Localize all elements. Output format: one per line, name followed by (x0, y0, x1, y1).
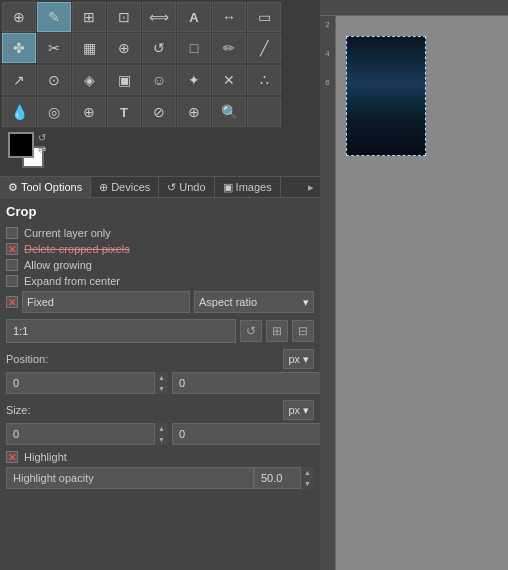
tool-delete-btn[interactable]: ✕ (212, 65, 246, 95)
tab-images[interactable]: ▣ Images (215, 177, 281, 197)
position-x-down[interactable]: ▼ (155, 383, 168, 394)
position-x-input[interactable] (6, 372, 168, 394)
highlight-checkbox[interactable]: ✕ (6, 451, 18, 463)
tool-arrow-btn[interactable]: ↗ (2, 65, 36, 95)
ratio-swap-btn[interactable]: ⊞ (266, 320, 288, 342)
size-h-container: ▲ ▼ (172, 423, 320, 445)
highlight-opacity-spin[interactable]: ▲ ▼ (300, 467, 314, 489)
current-layer-row: Current layer only (6, 227, 314, 239)
reset-colors-icon[interactable]: ↺ (38, 132, 46, 143)
size-h-input[interactable] (172, 423, 320, 445)
tab-tool-options-label: Tool Options (21, 181, 82, 193)
aspect-ratio-select[interactable]: Aspect ratio ▾ (194, 291, 314, 313)
tab-undo-label: Undo (179, 181, 205, 193)
highlight-opacity-input-container: ▲ ▼ (254, 467, 314, 489)
fixed-label: Fixed (27, 296, 54, 308)
tool-select-btn[interactable]: ⊡ (107, 2, 141, 32)
tool-zoom-btn[interactable]: 🔍 (212, 97, 246, 127)
ratio-row: ↺ ⊞ ⊟ (6, 319, 314, 343)
tool-options-icon: ⚙ (8, 181, 18, 194)
tab-tool-options[interactable]: ⚙ Tool Options (0, 177, 91, 197)
image-top (347, 37, 425, 84)
tool-row-2: ✤ ✂ ▦ ⊕ ↺ □ ✏ ╱ (0, 32, 320, 64)
tab-devices-label: Devices (111, 181, 150, 193)
ratio-reset-btn[interactable]: ↺ (240, 320, 262, 342)
tool-text2-btn[interactable]: T (107, 97, 141, 127)
size-w-down[interactable]: ▼ (155, 434, 168, 445)
tool-heal2-btn[interactable]: ⊕ (72, 97, 106, 127)
tool-rotate-btn[interactable]: ↺ (142, 33, 176, 63)
canvas-area: 2 4 6 (320, 0, 508, 570)
fixed-checkbox[interactable]: ✕ (6, 296, 18, 308)
tool-line-btn[interactable]: ╱ (247, 33, 281, 63)
highlight-opacity-up[interactable]: ▲ (301, 467, 314, 478)
tool-heal-btn[interactable]: ⊕ (107, 33, 141, 63)
ruler-num-6: 6 (325, 78, 329, 87)
ratio-input[interactable] (6, 319, 236, 343)
tab-images-label: Images (236, 181, 272, 193)
tool-flip-btn[interactable]: ↔ (212, 2, 246, 32)
tool-row-4: 💧 ◎ ⊕ T ⊘ ⊕ 🔍 (0, 96, 320, 128)
tool-person-btn[interactable]: ☺ (142, 65, 176, 95)
tool-options-panel: Crop Current layer only ✕ Delete cropped… (0, 198, 320, 570)
tool-new-btn[interactable]: ⊕ (2, 2, 36, 32)
tab-devices[interactable]: ⊕ Devices (91, 177, 159, 197)
expand-center-label: Expand from center (24, 275, 120, 287)
devices-icon: ⊕ (99, 181, 108, 194)
highlight-opacity-label: Highlight opacity (6, 467, 254, 489)
position-unit-label: px (288, 353, 300, 365)
canvas-content[interactable] (336, 16, 508, 570)
expand-center-checkbox[interactable] (6, 275, 18, 287)
tool-text-btn[interactable]: A (177, 2, 211, 32)
size-unit-arrow: ▾ (303, 404, 309, 417)
ratio-extra-btn[interactable]: ⊟ (292, 320, 314, 342)
tool-grid-btn[interactable]: ⊞ (72, 2, 106, 32)
swap-colors-icon[interactable]: ⇄ (38, 144, 46, 155)
tool-ellipse-btn[interactable]: ◎ (37, 97, 71, 127)
highlight-opacity-down[interactable]: ▼ (301, 478, 314, 489)
tool-clone-btn[interactable]: ⊙ (37, 65, 71, 95)
tool-pencil-btn[interactable]: ✎ (37, 2, 71, 32)
size-w-up[interactable]: ▲ (155, 423, 168, 434)
size-unit-select[interactable]: px ▾ (283, 400, 314, 420)
allow-growing-row: Allow growing (6, 259, 314, 271)
tool-stamp-btn[interactable]: ▣ (107, 65, 141, 95)
size-w-spin[interactable]: ▲ ▼ (154, 423, 168, 445)
tool-smudge-btn[interactable]: ◈ (72, 65, 106, 95)
position-y-container: ▲ ▼ (172, 372, 320, 394)
tool-rect2-btn[interactable]: □ (177, 33, 211, 63)
aspect-ratio-label: Aspect ratio (199, 296, 257, 308)
fg-color-swatch[interactable] (8, 132, 34, 158)
tool-measure-btn[interactable]: ⊕ (177, 97, 211, 127)
tab-expand-btn[interactable]: ▸ (302, 181, 320, 194)
images-icon: ▣ (223, 181, 233, 194)
tool-path-btn[interactable]: ⊘ (142, 97, 176, 127)
delete-cropped-checkbox[interactable]: ✕ (6, 243, 18, 255)
tab-undo[interactable]: ↺ Undo (159, 177, 214, 197)
size-header: Size: px ▾ (6, 400, 314, 420)
tool-spray-btn[interactable]: ∴ (247, 65, 281, 95)
fixed-select[interactable]: Fixed (22, 291, 190, 313)
allow-growing-label: Allow growing (24, 259, 92, 271)
undo-icon: ↺ (167, 181, 176, 194)
allow-growing-checkbox[interactable] (6, 259, 18, 271)
tool-move-btn[interactable]: ⟺ (142, 2, 176, 32)
tool-cross-btn[interactable]: ✤ (2, 33, 36, 63)
tool-draw-btn[interactable]: ✏ (212, 33, 246, 63)
tool-pattern-btn[interactable]: ▦ (72, 33, 106, 63)
tool-rect-btn[interactable]: ▭ (247, 2, 281, 32)
position-x-spin[interactable]: ▲ ▼ (154, 372, 168, 394)
current-layer-checkbox[interactable] (6, 227, 18, 239)
color-area: ↺ ⇄ (0, 128, 320, 176)
position-x-up[interactable]: ▲ (155, 372, 168, 383)
position-label: Position: (6, 353, 48, 365)
tab-bar: ⚙ Tool Options ⊕ Devices ↺ Undo ▣ Images… (0, 176, 320, 198)
ruler-num-4: 4 (325, 49, 329, 58)
tool-star-btn[interactable]: ✦ (177, 65, 211, 95)
tool-fill-btn[interactable]: 💧 (2, 97, 36, 127)
size-w-input[interactable] (6, 423, 168, 445)
position-y-input[interactable] (172, 372, 320, 394)
position-unit-select[interactable]: px ▾ (283, 349, 314, 369)
tool-scissors-btn[interactable]: ✂ (37, 33, 71, 63)
ruler-side: 2 4 6 (320, 16, 336, 570)
